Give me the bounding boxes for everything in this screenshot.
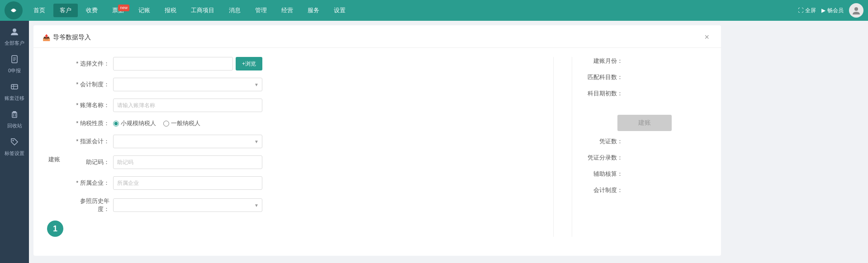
svg-rect-8 [11,85,18,89]
nav-item-operation[interactable]: 经营 [275,4,299,17]
tax-type-label: * 纳税性质： [72,119,113,127]
tax-type-small-label[interactable]: 小规模纳税人 [113,119,156,127]
accountant-select-wrap: ▼ [113,135,262,148]
accountant-select[interactable] [113,135,262,148]
sidebar-item-tag-settings[interactable]: 标签设置 [0,134,29,160]
company-input[interactable] [113,176,262,190]
tax-type-small-radio[interactable] [113,121,119,127]
sidebar-item-migration-label: 账套迁移 [5,95,24,102]
info-month-label: 建账月份： [581,57,626,65]
sidebar-item-declaration-label: 0申报 [8,67,21,74]
info-month-row: 建账月份： [581,57,707,65]
sidebar: 全部客户 0申报 账套迁移 [0,21,29,263]
vip-button[interactable]: ▶ 畅会员 [821,7,844,14]
fullscreen-icon: ⛶ [798,7,803,14]
accounting-system-select[interactable] [113,78,262,91]
step-badge: 1 [47,221,63,237]
svg-point-3 [13,28,16,32]
info-voucher-row: 凭证数： [581,137,707,146]
nav-item-business[interactable]: 工商项目 [185,4,221,17]
info-match-row: 匹配科目数： [581,73,707,81]
nav-item-settings[interactable]: 设置 [327,4,352,17]
info-area: 建账月份： 匹配科目数： 科目期初数： 建账 凭证数： [572,57,707,237]
history-year-label: 参照历史年度： [72,197,113,213]
history-year-row: 参照历史年度： ▼ [72,197,262,213]
sidebar-item-tag-settings-label: 标签设置 [5,150,24,157]
app-logo[interactable] [5,1,23,19]
file-row: * 选择文件： +浏览 [72,57,262,70]
accountant-label: * 指派会计： [72,137,113,146]
info-auxiliary-row: 辅助核算： [581,170,707,178]
svg-point-1 [12,9,15,12]
sidebar-item-all-clients[interactable]: 全部客户 [0,23,29,50]
nav-item-fees[interactable]: 收费 [80,4,104,17]
new-badge: new [118,5,129,11]
nav-item-accounting[interactable]: 记账 [132,4,157,17]
tax-type-general-radio[interactable] [163,121,169,127]
all-clients-icon [10,27,19,38]
info-auxiliary-label: 辅助核算： [581,170,626,178]
form-area: 建账 1 * 选择文件： +浏览 * 会计制度： [47,57,535,237]
ledger-name-row: * 账簿名称： [72,99,262,112]
info-period-row: 科目期初数： [581,89,707,98]
info-accounting-sys-label: 会计制度： [581,186,626,194]
sidebar-item-recycle-label: 回收站 [7,122,22,129]
tax-type-general-label[interactable]: 一般纳税人 [163,119,200,127]
info-voucher-records-label: 凭证分录数： [581,154,626,162]
memo-row: 助记码： [72,155,262,169]
nav-item-tickets[interactable]: 票据 new [106,4,130,17]
dialog-panel: 📤 导爷数据导入 × 建账 1 * 选择文件： [33,25,721,256]
accountant-row: * 指派会计： ▼ [72,135,262,148]
info-accounting-sys-row: 会计制度： [581,186,707,194]
close-button[interactable]: × [702,32,712,43]
info-voucher-label: 凭证数： [581,137,626,146]
tax-type-row: * 纳税性质： 小规模纳税人 一般纳税人 [72,119,262,127]
accounting-system-row: * 会计制度： ▼ [72,78,262,91]
info-voucher-records-row: 凭证分录数： [581,154,707,162]
history-year-select-wrap: ▼ [113,198,262,212]
sidebar-item-migration[interactable]: 账套迁移 [0,79,29,105]
svg-rect-11 [12,113,17,117]
nav-item-tax[interactable]: 报税 [158,4,183,17]
step-label: 建账 [48,155,60,164]
form-grid: * 选择文件： +浏览 * 会计制度： ▼ [72,57,262,221]
nav-menu: 首页 客户 收费 票据 new 记账 报税 工商项目 消息 管理 经营 服务 设… [27,4,798,17]
file-label: * 选择文件： [72,60,113,68]
nav-item-home[interactable]: 首页 [27,4,52,17]
declaration-icon [10,55,19,66]
memo-label: 助记码： [72,158,113,166]
file-input[interactable] [113,57,233,70]
vip-icon: ▶ [821,7,825,14]
tax-type-radio-group: 小规模纳税人 一般纳税人 [113,119,262,127]
sidebar-item-declaration[interactable]: 0申报 [0,51,29,78]
create-account-button[interactable]: 建账 [617,115,672,131]
dialog-title: 📤 导爷数据导入 [43,33,91,42]
nav-item-clients[interactable]: 客户 [53,4,78,17]
svg-point-14 [13,140,14,141]
sidebar-item-recycle[interactable]: 回收站 [0,106,29,133]
browse-button[interactable]: +浏览 [236,57,262,70]
nav-item-message[interactable]: 消息 [223,4,247,17]
memo-input[interactable] [113,155,262,169]
nav-right-area: ⛶ 全屏 ▶ 畅会员 [798,3,863,18]
top-navigation: 首页 客户 收费 票据 new 记账 报税 工商项目 消息 管理 经营 服务 设… [0,0,868,21]
user-avatar[interactable] [849,3,863,18]
dialog-body: 建账 1 * 选择文件： +浏览 * 会计制度： [33,48,721,246]
svg-point-2 [854,7,858,11]
accounting-system-label: * 会计制度： [72,80,113,89]
sidebar-item-all-clients-label: 全部客户 [5,40,24,47]
nav-item-service[interactable]: 服务 [301,4,326,17]
file-input-group: +浏览 [113,57,262,70]
history-year-select[interactable] [113,198,262,212]
nav-item-manage[interactable]: 管理 [249,4,273,17]
tag-settings-icon [10,137,19,149]
company-row: * 所属企业： [72,176,262,190]
recycle-icon [10,110,19,121]
fullscreen-button[interactable]: ⛶ 全屏 [798,7,816,14]
company-label: * 所属企业： [72,179,113,187]
dialog-title-icon: 📤 [43,34,50,41]
ledger-name-label: * 账簿名称： [72,101,113,109]
main-area: 📤 导爷数据导入 × 建账 1 * 选择文件： [29,21,868,263]
ledger-name-input[interactable] [113,99,262,112]
accounting-system-select-wrap: ▼ [113,78,262,91]
